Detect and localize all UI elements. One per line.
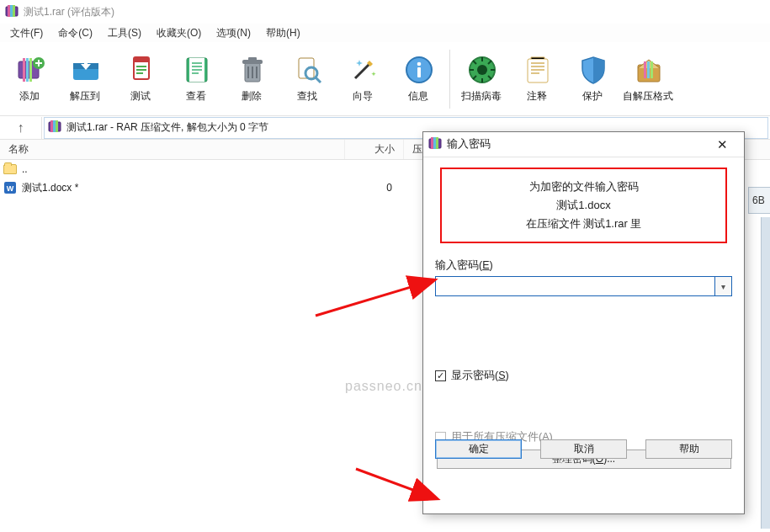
svg-rect-39	[433, 137, 436, 149]
info-icon	[402, 54, 434, 86]
toolbar-comment-button[interactable]: 注释	[509, 44, 565, 114]
menu-help[interactable]: 帮助(H)	[259, 24, 307, 42]
show-password-checkbox[interactable]: ✓ 显示密码(S)	[435, 369, 732, 383]
menu-command[interactable]: 命令(C)	[51, 24, 99, 42]
window-titlebar: 测试1.rar (评估版本)	[0, 0, 770, 24]
chevron-down-icon: ▾	[721, 282, 725, 291]
address-text: 测试1.rar - RAR 压缩文件, 解包大小为 0 字节	[66, 120, 268, 135]
dialog-titlebar: 输入密码 ✕	[423, 132, 744, 157]
sfx-icon	[632, 54, 664, 86]
show-password-label: 显示密码(S)	[451, 369, 509, 383]
toolbar-wizard-button[interactable]: 向导	[335, 44, 390, 114]
hidden-column-peek: 6B	[748, 187, 770, 214]
svg-rect-11	[84, 58, 88, 65]
toolbar-add-label: 添加	[19, 89, 40, 104]
column-header-size[interactable]: 大小	[345, 140, 404, 159]
toolbar-extract-label: 解压到	[70, 89, 100, 104]
view-icon	[180, 54, 212, 86]
toolbar: 添加 解压到 测试 查看 删除 查找 向导	[0, 42, 770, 116]
svg-rect-32	[50, 120, 53, 132]
toolbar-find-label: 查找	[297, 89, 317, 104]
column-header-name[interactable]: 名称	[0, 140, 345, 159]
dialog-icon	[428, 136, 442, 152]
svg-rect-26	[528, 59, 548, 82]
extract-icon	[69, 54, 101, 86]
toolbar-protect-label: 保护	[582, 89, 603, 104]
menu-tools[interactable]: 工具(S)	[101, 24, 148, 42]
svg-rect-30	[651, 61, 653, 78]
help-button[interactable]: 帮助	[645, 439, 732, 459]
toolbar-add-button[interactable]: 添加	[2, 44, 57, 114]
svg-rect-13	[134, 57, 149, 62]
toolbar-sfx-label: 自解压格式	[623, 89, 673, 104]
svg-rect-6	[26, 58, 29, 82]
add-icon	[13, 54, 45, 86]
dialog-message-line2: 测试1.docx	[452, 196, 715, 215]
archive-icon	[48, 120, 61, 136]
svg-point-25	[477, 65, 487, 75]
ok-button[interactable]: 确定	[435, 439, 522, 459]
svg-rect-7	[29, 58, 32, 82]
right-strip	[761, 217, 770, 529]
delete-icon	[236, 54, 268, 86]
toolbar-info-label: 信息	[408, 89, 428, 104]
toolbar-view-button[interactable]: 查看	[168, 44, 224, 114]
app-icon	[5, 4, 19, 20]
up-arrow-icon: ↑	[18, 120, 24, 136]
svg-rect-28	[644, 61, 646, 78]
dialog-close-button[interactable]: ✕	[705, 134, 739, 156]
password-input[interactable]	[435, 276, 715, 296]
svg-rect-1	[8, 5, 10, 17]
svg-rect-3	[13, 5, 15, 17]
svg-point-22	[417, 62, 422, 66]
password-dialog: 输入密码 ✕ 为加密的文件输入密码 测试1.docx 在压缩文件 测试1.rar…	[422, 131, 745, 514]
peek-text: 6B	[752, 194, 765, 206]
dialog-message-box: 为加密的文件输入密码 测试1.docx 在压缩文件 测试1.rar 里	[440, 168, 727, 243]
toolbar-separator	[449, 50, 450, 109]
menu-bar: 文件(F) 命令(C) 工具(S) 收藏夹(O) 选项(N) 帮助(H)	[0, 24, 770, 42]
scan-icon	[465, 54, 497, 86]
toolbar-test-button[interactable]: 测试	[113, 44, 168, 114]
toolbar-extract-button[interactable]: 解压到	[57, 44, 113, 114]
wizard-icon	[347, 54, 379, 86]
svg-rect-23	[417, 67, 421, 77]
toolbar-scan-label: 扫描病毒	[461, 89, 502, 104]
file-size: 0	[342, 182, 401, 194]
svg-text:W: W	[7, 184, 14, 193]
toolbar-info-button[interactable]: 信息	[390, 44, 446, 114]
menu-favorites[interactable]: 收藏夹(O)	[150, 24, 208, 42]
folder-up-icon	[3, 162, 17, 176]
window-title: 测试1.rar (评估版本)	[24, 5, 114, 19]
svg-rect-18	[248, 57, 257, 61]
svg-rect-29	[647, 61, 650, 78]
close-icon: ✕	[717, 137, 728, 152]
toolbar-test-label: 测试	[130, 89, 151, 104]
toolbar-scan-button[interactable]: 扫描病毒	[454, 44, 509, 114]
svg-rect-2	[10, 5, 13, 17]
docx-icon: W	[3, 181, 17, 194]
file-name: 测试1.docx *	[22, 181, 78, 195]
menu-options[interactable]: 选项(N)	[210, 24, 258, 42]
svg-rect-34	[56, 120, 58, 132]
toolbar-find-button[interactable]: 查找	[279, 44, 335, 114]
up-button[interactable]: ↑	[0, 117, 42, 139]
password-dropdown-button[interactable]: ▾	[715, 276, 732, 296]
checkbox-checked-icon: ✓	[435, 370, 446, 381]
enter-password-label: 输入密码(E)	[435, 258, 732, 273]
file-name: ..	[22, 163, 28, 175]
menu-file[interactable]: 文件(F)	[3, 24, 50, 42]
toolbar-delete-button[interactable]: 删除	[224, 44, 279, 114]
toolbar-delete-label: 删除	[242, 89, 262, 104]
toolbar-view-label: 查看	[186, 89, 206, 104]
toolbar-protect-button[interactable]: 保护	[565, 44, 620, 114]
watermark-text: passneo.cn	[345, 379, 422, 394]
svg-rect-33	[53, 120, 56, 132]
toolbar-sfx-button[interactable]: 自解压格式	[620, 44, 676, 114]
comment-icon	[521, 54, 553, 86]
protect-icon	[576, 54, 608, 86]
cancel-button[interactable]: 取消	[540, 439, 627, 459]
svg-rect-40	[436, 137, 438, 149]
find-icon	[291, 54, 323, 86]
dialog-title: 输入密码	[447, 137, 491, 152]
dialog-message-line3: 在压缩文件 测试1.rar 里	[452, 215, 715, 233]
